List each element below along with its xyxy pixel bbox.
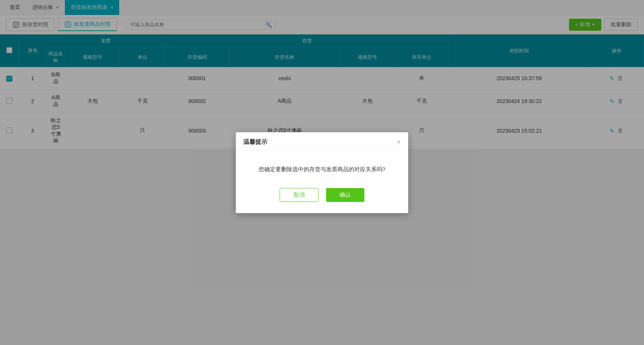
dialog-header: 温馨提示 × (236, 132, 408, 149)
confirm-dialog: 温馨提示 × 您确定要删除选中的存货与发票商品的对应关系吗? 取消 确认 (236, 132, 408, 149)
dialog-close-btn[interactable]: × (397, 139, 401, 145)
confirm-overlay: 温馨提示 × 您确定要删除选中的存货与发票商品的对应关系吗? 取消 确认 (0, 0, 644, 149)
dialog-title: 温馨提示 (243, 138, 267, 146)
